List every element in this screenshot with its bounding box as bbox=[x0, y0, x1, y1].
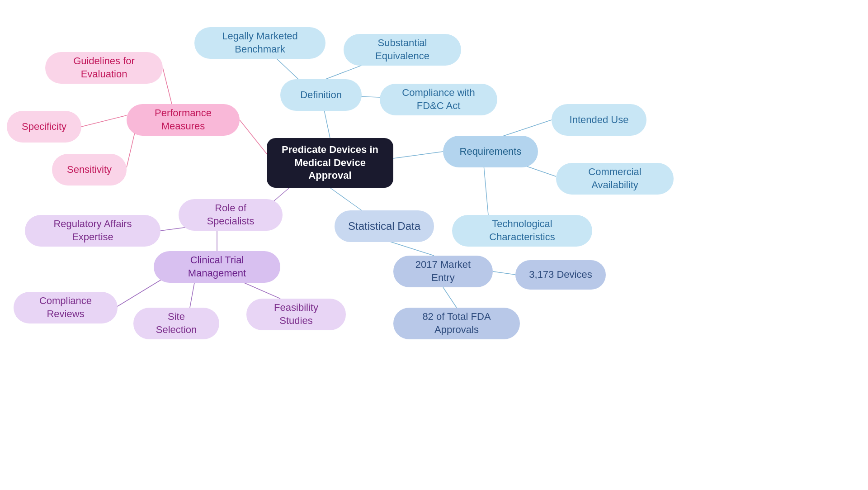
svg-line-20 bbox=[190, 283, 194, 308]
intended-use-node: Intended Use bbox=[552, 104, 646, 136]
devices-count-node: 3,173 Devices bbox=[515, 260, 606, 290]
requirements-node: Requirements bbox=[443, 136, 538, 167]
svg-line-19 bbox=[244, 283, 280, 299]
svg-line-8 bbox=[330, 188, 362, 210]
clinical-trial-node: Clinical Trial Management bbox=[154, 251, 280, 283]
svg-line-15 bbox=[127, 129, 136, 167]
center-node: Predicate Devices in Medical Device Appr… bbox=[267, 138, 393, 188]
legally-marketed-node: Legally Marketed Benchmark bbox=[194, 27, 326, 59]
fda-approvals-node: 82 of Total FDA Approvals bbox=[393, 308, 520, 339]
svg-line-9 bbox=[384, 240, 434, 256]
svg-line-14 bbox=[81, 115, 127, 127]
substantial-equivalence-node: Substantial Equivalence bbox=[344, 34, 461, 66]
commercial-availability-node: Commercial Availability bbox=[556, 163, 674, 195]
sensitivity-node: Sensitivity bbox=[52, 154, 127, 186]
feasibility-studies-node: Feasibility Studies bbox=[246, 299, 346, 330]
guidelines-eval-node: Guidelines for Evaluation bbox=[45, 52, 163, 84]
svg-line-11 bbox=[443, 287, 457, 308]
definition-node: Definition bbox=[280, 79, 362, 111]
site-selection-node: Site Selection bbox=[133, 308, 219, 339]
svg-line-7 bbox=[484, 165, 488, 215]
compliance-reviews-node: Compliance Reviews bbox=[14, 292, 118, 323]
svg-line-13 bbox=[163, 68, 172, 104]
compliance-fdc-node: Compliance with FD&C Act bbox=[380, 84, 497, 115]
svg-line-12 bbox=[240, 120, 267, 154]
role-specialists-node: Role of Specialists bbox=[179, 199, 283, 231]
performance-measures-node: Performance Measures bbox=[127, 104, 240, 136]
svg-line-3 bbox=[393, 152, 443, 158]
statistical-data-node: Statistical Data bbox=[335, 210, 434, 242]
regulatory-affairs-node: Regulatory Affairs Expertise bbox=[25, 215, 160, 247]
technological-char-node: Technological Characteristics bbox=[452, 215, 592, 247]
market-entry-node: 2017 Market Entry bbox=[393, 256, 493, 287]
specificity-node: Specificity bbox=[7, 111, 81, 143]
svg-line-21 bbox=[115, 276, 167, 308]
svg-line-10 bbox=[493, 271, 515, 275]
